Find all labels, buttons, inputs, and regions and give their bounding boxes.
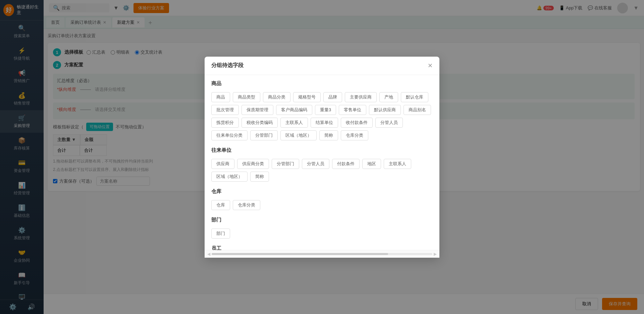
field-retail-unit[interactable]: 零售单位 [339,105,366,115]
field-manager-person[interactable]: 分管人员 [375,118,403,128]
section-warehouse: 仓库 仓库 仓库分类 [211,188,433,210]
field-weight[interactable]: 重量3 [315,105,336,115]
modal-close-button[interactable]: ✕ [428,62,433,69]
field-settle-unit[interactable]: 结算单位 [311,118,338,128]
field-batch-mgmt[interactable]: 批次管理 [211,105,239,115]
modal-body[interactable]: 商品 商品 商品类型 商品分类 规格型号 品牌 主要供应商 产地 默认仓库 批次… [205,75,439,250]
field-abbr[interactable]: 简称 [319,130,338,140]
department-fields-grid: 部门 [211,229,433,239]
product-fields-grid: 商品 商品类型 商品分类 规格型号 品牌 主要供应商 产地 默认仓库 批次管理 … [211,92,433,140]
field-select-modal: 分组待选字段 ✕ 商品 商品 商品类型 商品分类 规格型号 品牌 主要供应商 产… [205,57,439,258]
field-supplier-category[interactable]: 供应商分类 [237,159,269,169]
field-partner-contact[interactable]: 主联系人 [384,159,411,169]
section-product-title: 商品 [211,80,433,88]
modal-scroll-bar[interactable]: ◀ ▶ [205,250,439,258]
field-brand[interactable]: 品牌 [323,92,342,102]
field-product-type[interactable]: 商品类型 [233,92,260,102]
field-supplier[interactable]: 供应商 [211,159,234,169]
section-product: 商品 商品 商品类型 商品分类 规格型号 品牌 主要供应商 产地 默认仓库 批次… [211,80,433,140]
field-pick-points[interactable]: 拣货积分 [211,118,239,128]
field-spec-model[interactable]: 规格型号 [293,92,321,102]
field-warehouse[interactable]: 仓库 [211,200,230,210]
section-employee-title: 员工 [211,245,433,250]
field-partner-dept[interactable]: 分管部门 [272,159,299,169]
section-department: 部门 部门 [211,217,433,239]
field-manager-dept[interactable]: 分管部门 [250,130,278,140]
field-main-supplier[interactable]: 主要供应商 [345,92,377,102]
field-default-supplier[interactable]: 默认供应商 [369,105,401,115]
field-area[interactable]: 地区 [362,159,381,169]
field-product[interactable]: 商品 [211,92,230,102]
section-employee: 员工 业务员 [211,245,433,250]
field-partner-abbr[interactable]: 简称 [250,172,269,182]
field-partner-region[interactable]: 区域（地区） [211,172,248,182]
field-region[interactable]: 区域（地区） [280,130,317,140]
field-payment-terms[interactable]: 收付款条件 [341,118,373,128]
field-main-contact[interactable]: 主联系人 [280,118,308,128]
field-customer-code[interactable]: 客户商品编码 [276,105,312,115]
field-partner-category[interactable]: 往来单位分类 [211,130,248,140]
field-department[interactable]: 部门 [211,229,230,239]
section-partner: 往来单位 供应商 供应商分类 分管部门 分管人员 付款条件 地区 主联系人 区域… [211,147,433,182]
field-default-warehouse[interactable]: 默认仓库 [401,92,428,102]
field-expiry-mgmt[interactable]: 保质期管理 [241,105,273,115]
section-warehouse-title: 仓库 [211,188,433,196]
partner-fields-grid: 供应商 供应商分类 分管部门 分管人员 付款条件 地区 主联系人 区域（地区） … [211,159,433,182]
modal-header: 分组待选字段 ✕ [205,57,439,75]
field-tax-code[interactable]: 税收分类编码 [241,118,278,128]
field-pay-condition[interactable]: 付款条件 [332,159,360,169]
modal-title: 分组待选字段 [211,62,244,69]
field-product-category[interactable]: 商品分类 [263,92,290,102]
field-warehouse-cat[interactable]: 仓库分类 [233,200,260,210]
field-origin[interactable]: 产地 [379,92,398,102]
field-warehouse-category[interactable]: 仓库分类 [341,130,368,140]
warehouse-fields-grid: 仓库 仓库分类 [211,200,433,210]
section-partner-title: 往来单位 [211,147,433,155]
field-partner-manager[interactable]: 分管人员 [302,159,329,169]
field-product-alias[interactable]: 商品别名 [404,105,431,115]
section-department-title: 部门 [211,217,433,225]
